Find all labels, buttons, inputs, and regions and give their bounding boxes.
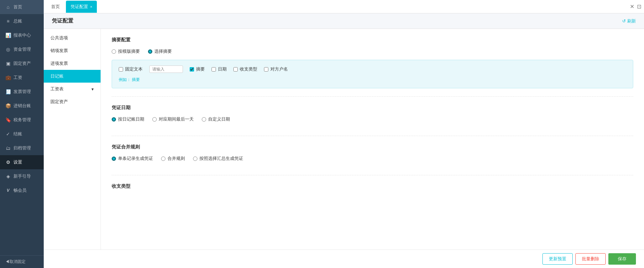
left-nav-item-fixed-assets[interactable]: 固定资产	[44, 95, 101, 108]
merge-rule-radio[interactable]	[161, 157, 165, 161]
single-record-option[interactable]: 单条记录生成凭证	[112, 155, 153, 162]
batch-delete-button[interactable]: 批量删除	[575, 253, 606, 265]
left-nav-payroll-label: 工资表	[50, 86, 64, 92]
journal-date-option[interactable]: 按日记账日期	[112, 116, 144, 122]
custom-date-radio[interactable]	[202, 117, 206, 122]
update-preview-button[interactable]: 更新预置	[542, 253, 573, 265]
date-checkbox[interactable]	[212, 67, 216, 72]
sidebar-item-fixed-assets[interactable]: ▣ 固定资产	[0, 56, 44, 71]
sidebar-item-label: 首页	[13, 4, 22, 10]
income-expense-option[interactable]: 收支类型	[233, 66, 257, 72]
sidebar-item-settle[interactable]: ✓ 结账	[0, 127, 44, 141]
form-area: 摘要配置 按模版摘要 选择摘要	[101, 29, 644, 250]
chevron-down-icon: ▾	[91, 87, 94, 92]
fixed-text-label: 固定文本	[125, 66, 143, 72]
left-nav-item-sales-invoice[interactable]: 销项发票	[44, 44, 101, 57]
summary-section: 摘要配置 按模版摘要 选择摘要	[112, 37, 633, 97]
sidebar-item-label: 工资	[13, 75, 22, 81]
fixed-text-input[interactable]	[149, 65, 183, 73]
period-last-label: 对应期间最后一天	[159, 116, 194, 122]
summary-template-option[interactable]: 按模版摘要	[112, 48, 140, 54]
tax-icon: 🔖	[5, 117, 11, 123]
window-close-icon[interactable]: ✕	[630, 3, 634, 10]
summary-check-label: 摘要	[196, 66, 205, 72]
settle-icon: ✓	[5, 131, 11, 137]
left-nav-item-public[interactable]: 公共选项	[44, 32, 101, 44]
sidebar-item-label: 归档管理	[13, 145, 31, 151]
left-nav-item-purchase-invoice[interactable]: 进项发票	[44, 57, 101, 70]
tab-bar-actions: ✕ ⊡	[630, 3, 641, 10]
refresh-icon: ↺	[622, 18, 626, 24]
income-expense-checkbox[interactable]	[233, 67, 238, 72]
merge-rule-label: 合并规则	[167, 155, 185, 162]
left-nav-item-journal[interactable]: 日记账	[44, 70, 101, 83]
summary-check-option[interactable]: 摘要	[190, 66, 205, 72]
refresh-button[interactable]: ↺ 刷新	[622, 18, 636, 24]
left-nav-item-payroll-sheet[interactable]: 工资表 ▾	[44, 83, 101, 95]
by-selection-option[interactable]: 按照选择汇总生成凭证	[193, 155, 243, 162]
sidebar-item-label: 发票管理	[13, 89, 31, 95]
sidebar-item-guide[interactable]: ◈ 新手引导	[0, 169, 44, 183]
sidebar-item-label: 总账	[13, 18, 22, 24]
invoice-icon: 🧾	[5, 89, 11, 94]
content-area: 凭证配置 ↺ 刷新 公共选项 销项发票 进项发票 日记账	[44, 13, 644, 268]
left-nav-purchase-label: 进项发票	[50, 60, 68, 66]
vip-icon: V	[5, 188, 11, 193]
summary-template-label: 按模版摘要	[118, 48, 140, 54]
summary-template-radio[interactable]	[112, 49, 116, 54]
income-expense-section: 收支类型	[112, 183, 633, 203]
sidebar-item-reports[interactable]: 📊 报表中心	[0, 28, 44, 42]
sidebar-item-general-ledger[interactable]: ≡ 总账	[0, 14, 44, 28]
left-nav-sales-label: 销项发票	[50, 48, 68, 54]
save-button[interactable]: 保存	[608, 253, 636, 265]
tab-close-icon[interactable]: ×	[90, 5, 92, 9]
sidebar-item-funds[interactable]: ◎ 资金管理	[0, 42, 44, 56]
sidebar-item-invoice-mgmt[interactable]: 🧾 发票管理	[0, 85, 44, 99]
left-nav-fixed-label: 固定资产	[50, 99, 68, 105]
tab-bar: 首页 凭证配置 × ✕ ⊡	[44, 0, 644, 13]
sidebar-item-tax[interactable]: 🔖 税务管理	[0, 113, 44, 127]
tab-home-label: 首页	[51, 4, 60, 10]
custom-date-option[interactable]: 自定义日期	[202, 116, 230, 122]
counterpart-checkbox[interactable]	[264, 67, 268, 72]
sidebar-item-settings[interactable]: ⚙ 设置	[0, 155, 44, 169]
summary-select-radio[interactable]	[148, 49, 152, 54]
sidebar-scroll: ⌂ 首页 ≡ 总账 📊 报表中心 ◎ 资金管理 ▣ 固定资产 💼 工资 🧾 发票…	[0, 0, 44, 255]
tab-home[interactable]: 首页	[46, 1, 65, 13]
merge-rule-option[interactable]: 合并规则	[161, 155, 185, 162]
summary-checkbox[interactable]	[190, 67, 194, 72]
sidebar-item-purchase-sales[interactable]: 📦 进销台账	[0, 99, 44, 113]
left-nav: 公共选项 销项发票 进项发票 日记账 工资表 ▾ 固定资产	[44, 29, 101, 250]
window-maximize-icon[interactable]: ⊡	[637, 3, 641, 10]
settings-icon: ⚙	[5, 160, 11, 165]
single-record-label: 单条记录生成凭证	[118, 155, 153, 162]
period-last-radio[interactable]	[152, 117, 157, 122]
example-value: 摘要	[132, 77, 140, 82]
sidebar-unpin-button[interactable]: ◀取消固定	[0, 255, 44, 268]
fixed-text-checkbox[interactable]	[119, 67, 123, 72]
date-options-row: 按日记账日期 对应期间最后一天 自定义日期	[112, 116, 633, 122]
home-icon: ⌂	[5, 4, 11, 10]
sidebar-item-label: 设置	[13, 159, 22, 165]
sidebar-item-archive[interactable]: 🗂 归档管理	[0, 141, 44, 155]
purchase-sales-icon: 📦	[5, 103, 11, 108]
date-title: 凭证日期	[112, 105, 633, 111]
payroll-icon: 💼	[5, 75, 11, 80]
tab-voucher-config[interactable]: 凭证配置 ×	[66, 1, 97, 13]
single-record-radio[interactable]	[112, 157, 116, 161]
left-nav-public-label: 公共选项	[50, 35, 68, 41]
summary-select-option[interactable]: 选择摘要	[148, 48, 172, 54]
period-last-option[interactable]: 对应期间最后一天	[152, 116, 194, 122]
sidebar-item-label: 畅会员	[13, 187, 27, 193]
sidebar-item-payroll[interactable]: 💼 工资	[0, 71, 44, 85]
sidebar-item-vip[interactable]: V 畅会员	[0, 183, 44, 197]
sidebar-item-label: 结账	[13, 131, 22, 137]
summary-box: 固定文本 摘要 日期	[112, 60, 633, 88]
counterpart-option[interactable]: 对方户名	[264, 66, 288, 72]
sidebar-item-home[interactable]: ⌂ 首页	[0, 0, 44, 14]
fixed-text-option[interactable]: 固定文本	[119, 66, 143, 72]
summary-mode-row: 按模版摘要 选择摘要	[112, 48, 633, 54]
by-selection-radio[interactable]	[193, 157, 197, 161]
journal-date-radio[interactable]	[112, 117, 116, 122]
date-check-option[interactable]: 日期	[212, 66, 227, 72]
